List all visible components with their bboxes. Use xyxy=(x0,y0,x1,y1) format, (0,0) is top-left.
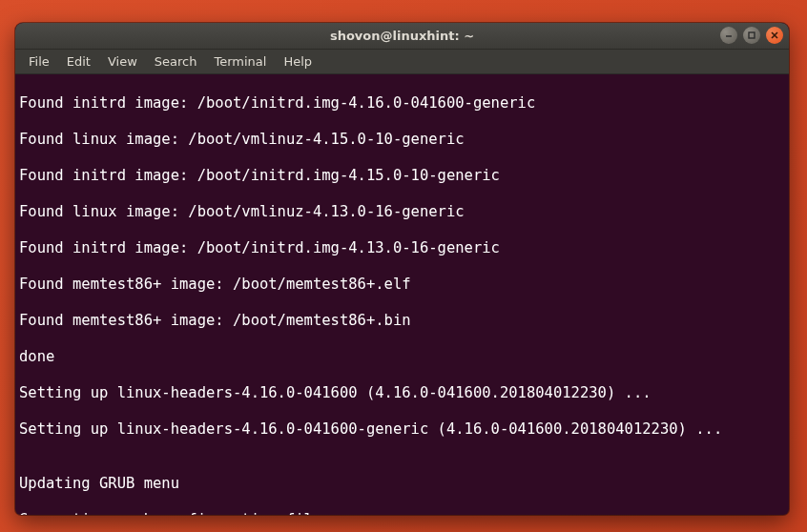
minimize-button[interactable] xyxy=(720,27,737,44)
menu-file[interactable]: File xyxy=(21,51,57,72)
titlebar: shovon@linuxhint: ~ xyxy=(15,23,789,50)
menu-help[interactable]: Help xyxy=(276,51,320,72)
menu-search[interactable]: Search xyxy=(147,51,205,72)
window-title: shovon@linuxhint: ~ xyxy=(330,29,474,43)
close-icon xyxy=(770,31,779,40)
window-controls xyxy=(720,27,783,44)
svg-rect-1 xyxy=(749,32,755,38)
output-line: Setting up linux-headers-4.16.0-041600-g… xyxy=(19,420,785,439)
minimize-icon xyxy=(724,31,734,40)
output-line: Found memtest86+ image: /boot/memtest86+… xyxy=(19,276,785,294)
output-line: Found memtest86+ image: /boot/memtest86+… xyxy=(19,312,785,330)
menubar: File Edit View Search Terminal Help xyxy=(15,50,789,74)
terminal-window: shovon@linuxhint: ~ File Edit View Searc… xyxy=(15,23,789,515)
output-line: done xyxy=(19,348,785,366)
output-line: Found initrd image: /boot/initrd.img-4.1… xyxy=(19,167,785,185)
output-line: Found initrd image: /boot/initrd.img-4.1… xyxy=(19,239,785,257)
output-line: Updating GRUB menu xyxy=(19,475,785,493)
output-line: Found linux image: /boot/vmlinuz-4.15.0-… xyxy=(19,131,785,149)
output-line: Found initrd image: /boot/initrd.img-4.1… xyxy=(19,94,785,113)
close-button[interactable] xyxy=(766,27,783,44)
menu-view[interactable]: View xyxy=(100,51,145,72)
output-line: Setting up linux-headers-4.16.0-041600 (… xyxy=(19,384,785,402)
menu-edit[interactable]: Edit xyxy=(59,51,98,72)
output-line: Found linux image: /boot/vmlinuz-4.13.0-… xyxy=(19,203,785,221)
maximize-icon xyxy=(747,31,756,40)
output-line: Generating grub configuration file ... xyxy=(19,511,785,515)
menu-terminal[interactable]: Terminal xyxy=(206,51,274,72)
terminal-output[interactable]: Found initrd image: /boot/initrd.img-4.1… xyxy=(15,74,789,515)
maximize-button[interactable] xyxy=(743,27,760,44)
